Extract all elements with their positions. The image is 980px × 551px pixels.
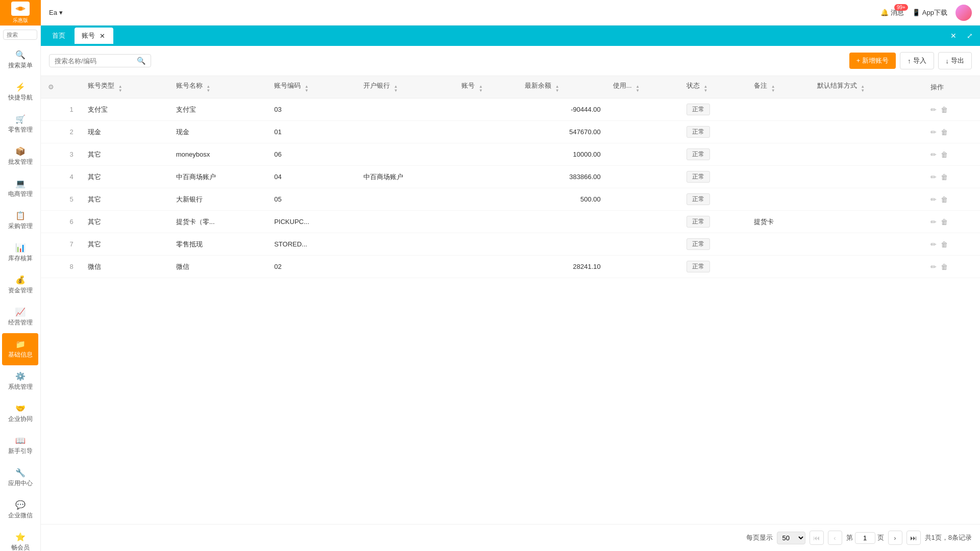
search-box[interactable]: 🔍 xyxy=(49,54,151,67)
total-info: 共1页，8条记录 xyxy=(925,533,972,542)
delete-button[interactable]: 🗑 xyxy=(941,195,948,204)
tab-home[interactable]: 首页 xyxy=(45,28,72,44)
retail-icon: 🛒 xyxy=(15,114,26,124)
edit-button[interactable]: ✏ xyxy=(930,263,937,271)
app-download-button[interactable]: 📱 App下载 xyxy=(912,8,947,17)
balance-col-header[interactable]: 最新余额 ▲▼ xyxy=(519,76,607,98)
sidebar-item-shortcut[interactable]: ⚡ 快捷导航 xyxy=(0,76,40,108)
add-account-button[interactable]: + 新增账号 xyxy=(849,53,896,69)
bank-col-header[interactable]: 开户银行 ▲▼ xyxy=(357,76,455,98)
prev-page-button[interactable]: ‹ xyxy=(828,531,842,545)
row-code: 04 xyxy=(268,166,357,188)
export-button[interactable]: ↓ 导出 xyxy=(938,52,972,69)
sidebar-item-basic-info[interactable]: 📁 基础信息 xyxy=(2,333,38,365)
row-code: 06 xyxy=(268,143,357,166)
sidebar-item-ecommerce[interactable]: 💻 电商管理 xyxy=(0,172,40,205)
sidebar-item-label: 批发管理 xyxy=(8,158,33,166)
settings-col-header[interactable]: ⚙ xyxy=(41,76,61,98)
edit-button[interactable]: ✏ xyxy=(930,218,937,226)
status-badge: 正常 xyxy=(687,216,710,228)
edit-button[interactable]: ✏ xyxy=(930,195,937,204)
per-page-select[interactable]: 50 100 200 xyxy=(777,532,805,544)
sidebar-item-enterprise-agreement[interactable]: 🤝 企业协同 xyxy=(0,397,40,430)
table-header-row: ⚙ 账号类型 ▲▼ 账号名称 ▲▼ 账号编码 ▲▼ xyxy=(41,76,980,98)
type-col-header[interactable]: 账号类型 ▲▼ xyxy=(82,76,170,98)
edit-button[interactable]: ✏ xyxy=(930,128,937,136)
first-page-button[interactable]: ⏮ xyxy=(810,531,824,545)
close-tab-action-btn[interactable]: ✕ xyxy=(947,30,960,42)
settlement-col-header[interactable]: 默认结算方式 ▲▼ xyxy=(811,76,924,98)
row-settlement xyxy=(811,188,924,211)
basic-info-icon: 📁 xyxy=(15,339,26,349)
edit-button[interactable]: ✏ xyxy=(930,173,937,181)
row-settlement xyxy=(811,121,924,143)
sidebar-item-operations[interactable]: 📈 经营管理 xyxy=(0,301,40,333)
row-settings xyxy=(41,188,61,211)
enterprise-wechat-icon: 💬 xyxy=(15,500,26,510)
edit-button[interactable]: ✏ xyxy=(930,106,937,114)
search-input[interactable] xyxy=(55,57,134,65)
account-col-header[interactable]: 账号 ▲▼ xyxy=(455,76,519,98)
usage-col-header[interactable]: 使用... ▲▼ xyxy=(607,76,680,98)
row-bank xyxy=(357,188,455,211)
sidebar-item-system[interactable]: ⚙️ 系统管理 xyxy=(0,365,40,397)
delete-button[interactable]: 🗑 xyxy=(941,173,948,181)
delete-button[interactable]: 🗑 xyxy=(941,106,948,114)
row-account xyxy=(455,256,519,278)
sidebar-item-guide[interactable]: 📖 新手引导 xyxy=(0,430,40,462)
row-account xyxy=(455,166,519,188)
row-account xyxy=(455,121,519,143)
delete-button[interactable]: 🗑 xyxy=(941,240,948,248)
company-selector[interactable]: Ea ▾ xyxy=(49,9,63,16)
delete-button[interactable]: 🗑 xyxy=(941,263,948,271)
sidebar-item-enterprise-wechat[interactable]: 💬 企业微信 xyxy=(0,494,40,526)
sidebar-item-label: 应用中心 xyxy=(8,479,33,488)
sidebar-item-app-center[interactable]: 🔧 应用中心 xyxy=(0,462,40,494)
pagination: 每页显示 50 100 200 ⏮ ‹ 第 页 › ⏭ 共1页，8条记录 xyxy=(41,524,980,551)
fullscreen-tab-action-btn[interactable]: ⤢ xyxy=(964,30,976,42)
page-label: 第 xyxy=(846,533,853,542)
delete-button[interactable]: 🗑 xyxy=(941,151,948,159)
row-bank xyxy=(357,98,455,121)
next-page-button[interactable]: › xyxy=(888,531,902,545)
last-page-button[interactable]: ⏭ xyxy=(906,531,921,545)
notification-button[interactable]: 🔔 消息 99+ xyxy=(880,8,904,17)
row-status: 正常 xyxy=(680,256,748,278)
sidebar-item-retail[interactable]: 🛒 零售管理 xyxy=(0,108,40,140)
code-col-header[interactable]: 账号编码 ▲▼ xyxy=(268,76,357,98)
sidebar-item-finance[interactable]: 💰 资金管理 xyxy=(0,269,40,301)
page-input[interactable] xyxy=(855,532,875,544)
sidebar-item-inventory[interactable]: 📊 库存核算 xyxy=(0,237,40,269)
row-status: 正常 xyxy=(680,233,748,256)
tab-accounts-label: 账号 xyxy=(82,31,95,40)
status-col-header[interactable]: 状态 ▲▼ xyxy=(680,76,748,98)
purchase-icon: 📋 xyxy=(15,211,26,220)
delete-button[interactable]: 🗑 xyxy=(941,218,948,226)
row-balance: -90444.00 xyxy=(519,98,607,121)
export-icon: ↓ xyxy=(946,57,949,65)
sidebar-item-purchase[interactable]: 📋 采购管理 xyxy=(0,205,40,237)
tab-accounts[interactable]: 账号 ✕ xyxy=(75,28,113,44)
tab-close-button[interactable]: ✕ xyxy=(98,32,106,40)
row-balance: 10000.00 xyxy=(519,143,607,166)
sidebar-item-wholesale[interactable]: 📦 批发管理 xyxy=(0,140,40,172)
edit-button[interactable]: ✏ xyxy=(930,240,937,248)
name-col-header[interactable]: 账号名称 ▲▼ xyxy=(170,76,268,98)
user-avatar[interactable] xyxy=(955,5,972,21)
row-name: 大新银行 xyxy=(170,188,268,211)
remark-col-header[interactable]: 备注 ▲▼ xyxy=(748,76,811,98)
sidebar-search-box[interactable] xyxy=(0,26,40,44)
row-settlement xyxy=(811,211,924,233)
row-actions: ✏ 🗑 xyxy=(924,166,981,188)
sidebar-item-vip[interactable]: ⭐ 畅会员 xyxy=(0,526,40,551)
row-usage xyxy=(607,188,680,211)
edit-button[interactable]: ✏ xyxy=(930,151,937,159)
import-button[interactable]: ↑ 导入 xyxy=(900,52,934,69)
sidebar-item-label: 畅会员 xyxy=(11,543,30,551)
usage-col-label: 使用... xyxy=(613,82,632,89)
sidebar-item-search-menu[interactable]: 🔍 搜索菜单 xyxy=(0,44,40,76)
delete-button[interactable]: 🗑 xyxy=(941,128,948,136)
row-balance: 547670.00 xyxy=(519,121,607,143)
sidebar-search-input[interactable] xyxy=(3,30,37,40)
row-name: 提货卡（零... xyxy=(170,211,268,233)
